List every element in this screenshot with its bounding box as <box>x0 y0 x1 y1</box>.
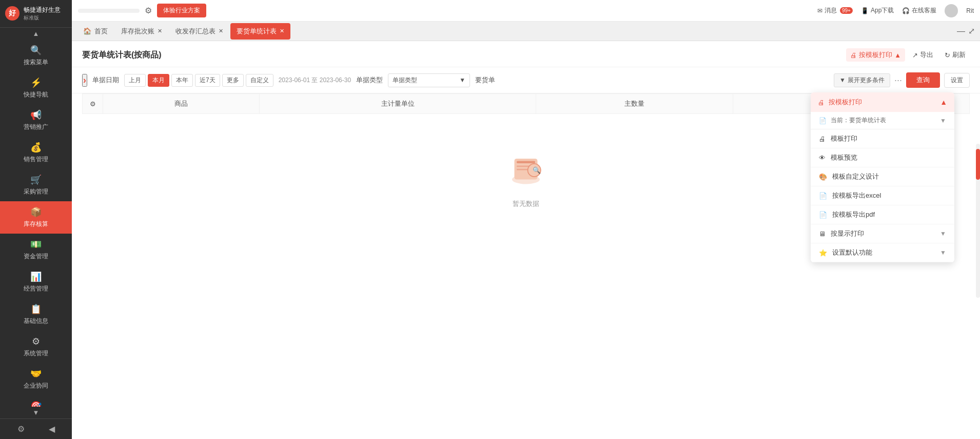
purchase-icon: 🛒 <box>30 174 42 185</box>
download-icon: 📱 <box>861 7 869 14</box>
scrollbar-thumb[interactable] <box>976 149 980 180</box>
tab-batch-account[interactable]: 库存批次账 ✕ <box>115 23 168 40</box>
svg-text:🔍: 🔍 <box>533 166 541 175</box>
sidebar-item-shortcut[interactable]: ⚡ 快捷导航 <box>0 72 72 104</box>
print-preview-menu-item[interactable]: 👁 模板预览 <box>811 148 954 167</box>
refresh-btn[interactable]: ↻ 刷新 <box>940 48 970 62</box>
date-filter-label: 单据日期 <box>92 75 119 85</box>
print-dropdown-arrow-icon: ▲ <box>894 51 901 59</box>
display-print-menu-item[interactable]: 🖥 按显示打印 ▼ <box>811 224 954 243</box>
filter-expand-btn[interactable]: › <box>82 74 87 87</box>
tab-close-order-stats[interactable]: ✕ <box>280 28 284 34</box>
system-icon: ⚙ <box>32 336 40 347</box>
sidebar-item-finance[interactable]: 💵 资金管理 <box>0 234 72 266</box>
sales-icon: 💰 <box>30 142 42 153</box>
header-right-actions: ✉ 消息 99+ 📱 App下载 🎧 在线客服 Rit <box>817 4 974 17</box>
sidebar-footer: ⚙ ◀ <box>0 418 72 439</box>
vertical-scrollbar[interactable] <box>976 144 980 298</box>
tabs-bar: 🏠 首页 库存批次账 ✕ 收发存汇总表 ✕ 要货单统计表 ✕ — ⤢ <box>72 22 980 41</box>
this-month-btn[interactable]: 本月 <box>148 74 169 87</box>
custom-date-btn[interactable]: 自定义 <box>246 74 273 87</box>
last-7days-btn[interactable]: 近7天 <box>195 74 220 87</box>
marketing-icon: 📢 <box>30 109 42 121</box>
sidebar-scroll-down[interactable]: ▼ <box>0 407 72 418</box>
sidebar-item-purchase[interactable]: 🛒 采购管理 <box>0 169 72 201</box>
online-service-btn[interactable]: 🎧 在线客服 <box>902 6 936 15</box>
service-icon: 🎧 <box>902 7 910 14</box>
inventory-icon: 📦 <box>30 206 42 218</box>
app-download-btn[interactable]: 📱 App下载 <box>861 6 894 15</box>
export-btn[interactable]: ↗ 导出 <box>908 48 937 62</box>
order-type-select[interactable]: 单据类型 ▼ <box>388 73 470 87</box>
gear-icon[interactable]: ⚙ <box>145 6 152 15</box>
export-excel-menu-item[interactable]: 📄 按模板导出excel <box>811 186 954 205</box>
query-btn[interactable]: 查询 <box>906 72 940 88</box>
sidebar-item-search[interactable]: 🔍 搜索菜单 <box>0 40 72 72</box>
current-template-icon: 📄 <box>819 117 827 124</box>
home-icon: 🏠 <box>83 27 91 35</box>
tab-close-batch[interactable]: ✕ <box>158 28 162 34</box>
export-pdf-menu-item[interactable]: 📄 按模板导出pdf <box>811 205 954 224</box>
sidebar-item-inventory[interactable]: 📦 库存核算 <box>0 201 72 234</box>
sidebar-item-basic[interactable]: 📋 基础信息 <box>0 298 72 331</box>
print-icon: 🖨 <box>819 135 826 143</box>
search-bar[interactable] <box>78 9 140 13</box>
user-name[interactable]: Rit <box>966 7 974 14</box>
settings-footer-btn[interactable]: ⚙ <box>17 424 25 434</box>
display-icon: 🖥 <box>819 230 826 238</box>
preview-icon: 👁 <box>819 154 826 162</box>
prev-month-btn[interactable]: 上月 <box>124 74 146 87</box>
expand-more-btn[interactable]: ▼ 展开更多条件 <box>834 73 890 87</box>
printer-icon: 🖨 <box>850 51 857 59</box>
tab-order-stats[interactable]: 要货单统计表 ✕ <box>230 23 290 40</box>
print-dropdown-header[interactable]: 🖨 按模板打印 ▲ <box>811 92 954 112</box>
expand-icon: ▼ <box>839 77 846 84</box>
print-template-menu-item[interactable]: 🖨 模板打印 <box>811 129 954 148</box>
export-icon: ↗ <box>912 51 918 59</box>
sidebar-item-system[interactable]: ⚙ 系统管理 <box>0 331 72 363</box>
settings-btn[interactable]: 设置 <box>944 73 970 88</box>
col-settings-header[interactable]: ⚙ <box>83 94 103 114</box>
sidebar-item-marketing[interactable]: 📢 营销推广 <box>0 104 72 137</box>
sidebar-item-collab[interactable]: 🤝 企业协同 <box>0 363 72 395</box>
sidebar-logo: 好 畅捷通好生意 标准版 <box>0 0 72 28</box>
template-design-menu-item[interactable]: 🎨 模板自定义设计 <box>811 167 954 186</box>
sidebar-item-sales[interactable]: 💰 销售管理 <box>0 137 72 169</box>
date-range-display: 2023-06-01 至 2023-06-30 <box>279 76 351 85</box>
collapse-sidebar-btn[interactable]: ◀ <box>49 424 55 434</box>
sidebar-nav: 🔍 搜索菜单 ⚡ 快捷导航 📢 营销推广 💰 销售管理 🛒 采购管理 📦 库存核… <box>0 40 72 407</box>
page-header: 要货单统计表(按商品) 🖨 按模板打印 ▲ ↗ 导出 ↻ 刷新 <box>72 41 980 67</box>
message-icon: ✉ <box>817 7 822 14</box>
user-avatar[interactable] <box>945 4 958 17</box>
col-product-header: 商品 <box>103 94 260 114</box>
sidebar: 好 畅捷通好生意 标准版 ▲ 🔍 搜索菜单 ⚡ 快捷导航 📢 营销推广 💰 销售… <box>0 0 72 439</box>
filters-area: › 单据日期 上月 本月 本年 近7天 更多 自定义 2023-06-01 至 … <box>72 67 980 93</box>
sidebar-item-guide[interactable]: 🎯 新手引导 <box>0 395 72 407</box>
set-default-menu-item[interactable]: ⭐ 设置默认功能 ▼ <box>811 243 954 262</box>
tab-home[interactable]: 🏠 首页 <box>77 23 114 40</box>
app-logo-text: 畅捷通好生意 标准版 <box>24 6 61 21</box>
print-dropdown-menu: 🖨 按模板打印 ▲ 📄 当前：要货单统计表 ▼ 🖨 模板打印 👁 模板预览 <box>811 92 954 262</box>
tab-close-receivable[interactable]: ✕ <box>219 28 223 34</box>
printer-menu-icon: 🖨 <box>818 99 825 106</box>
more-options-btn[interactable]: ··· <box>894 75 902 86</box>
col-qty-header: 主数量 <box>536 94 733 114</box>
main-content: ⚙ 体验行业方案 ✉ 消息 99+ 📱 App下载 🎧 在线客服 Rit 🏠 首… <box>72 0 980 439</box>
set-default-arrow-icon: ▼ <box>940 249 946 256</box>
tab-expand-btn[interactable]: ⤢ <box>968 26 975 36</box>
more-date-btn[interactable]: 更多 <box>222 74 244 87</box>
current-template-row: 📄 当前：要货单统计表 ▼ <box>811 112 954 129</box>
page-title: 要货单统计表(按商品) <box>82 50 162 61</box>
sidebar-scroll-up[interactable]: ▲ <box>0 28 72 40</box>
print-menu-collapse-btn[interactable]: ▲ <box>940 98 947 106</box>
collab-icon: 🤝 <box>30 368 42 379</box>
message-btn[interactable]: ✉ 消息 99+ <box>817 6 853 15</box>
this-year-btn[interactable]: 本年 <box>171 74 193 87</box>
submenu-arrow-icon: ▼ <box>940 230 946 237</box>
tab-receivable-summary[interactable]: 收发存汇总表 ✕ <box>169 23 229 40</box>
current-template-arrow: ▼ <box>940 117 946 124</box>
tab-minimize-btn[interactable]: — <box>957 27 965 36</box>
print-template-btn[interactable]: 🖨 按模板打印 ▲ <box>846 48 905 62</box>
sidebar-item-operation[interactable]: 📊 经营管理 <box>0 266 72 298</box>
trial-button[interactable]: 体验行业方案 <box>157 4 206 17</box>
